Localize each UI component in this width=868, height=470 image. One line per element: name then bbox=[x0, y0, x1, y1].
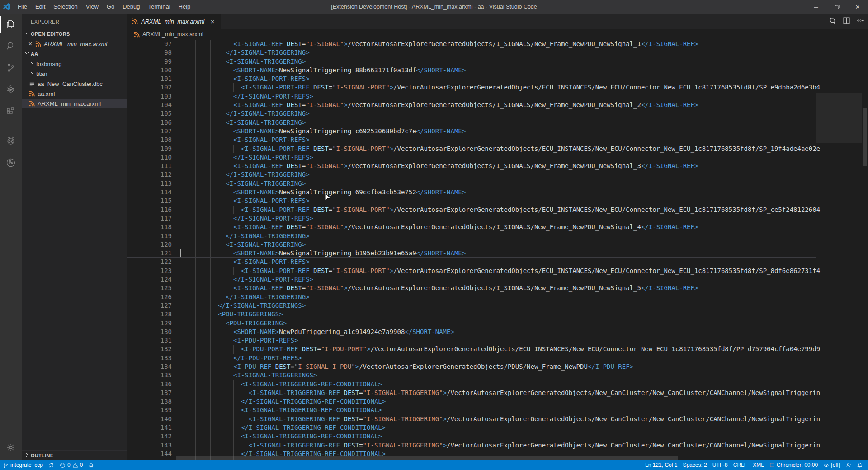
eol-sequence[interactable]: CRLF bbox=[731, 460, 750, 470]
more-actions-icon[interactable] bbox=[857, 17, 864, 26]
settings-gear-icon[interactable] bbox=[0, 437, 22, 458]
tree-item-titan[interactable]: titan bbox=[22, 69, 127, 79]
split-editor-icon[interactable] bbox=[843, 17, 850, 26]
feedback-icon[interactable] bbox=[843, 460, 854, 470]
home-icon[interactable] bbox=[85, 460, 97, 470]
run-debug-icon[interactable] bbox=[0, 79, 22, 100]
language-mode[interactable]: XML bbox=[750, 460, 767, 470]
chronicler-status[interactable]: Chronicler: 00:00 bbox=[767, 460, 821, 470]
cursor-position[interactable]: Ln 121, Col 1 bbox=[642, 460, 680, 470]
tree-item-arxml-min-max-arxml[interactable]: ARXML_min_max.arxml bbox=[22, 99, 127, 108]
text-cursor bbox=[180, 249, 181, 257]
tab-close-icon[interactable]: × bbox=[208, 18, 217, 25]
line-number: 136 bbox=[127, 380, 172, 389]
code-line-130: 130<SHORT-NAME>NewPduTriggering_a1c91492… bbox=[127, 328, 868, 336]
line-number: 134 bbox=[127, 362, 172, 371]
menu-debug[interactable]: Debug bbox=[118, 3, 144, 10]
line-number: 119 bbox=[127, 232, 172, 240]
code-line-120: 120<I-SIGNAL-TRIGGERING> bbox=[127, 240, 868, 249]
open-editor-item[interactable]: ×ARXML_min_max.arxml bbox=[22, 39, 127, 49]
activity-bar bbox=[0, 14, 22, 460]
menu-view[interactable]: View bbox=[82, 3, 103, 10]
menu-terminal[interactable]: Terminal bbox=[144, 3, 174, 10]
code-line-138: 138</I-SIGNAL-TRIGGERING-REF-CONDITIONAL… bbox=[127, 397, 868, 406]
close-editor-icon[interactable]: × bbox=[26, 40, 34, 47]
menu-go[interactable]: Go bbox=[103, 3, 118, 10]
line-number: 118 bbox=[127, 223, 172, 231]
tab-arxml-min-max[interactable]: ARXML_min_max.arxml × bbox=[127, 14, 221, 29]
open-editors-header[interactable]: OPEN EDITORS bbox=[22, 29, 127, 39]
line-number: 99 bbox=[127, 57, 172, 66]
line-number: 111 bbox=[127, 162, 172, 170]
code-line-115: 115<I-SIGNAL-PORT-REFS> bbox=[127, 197, 868, 205]
line-number: 116 bbox=[127, 206, 172, 214]
line-number: 98 bbox=[127, 48, 172, 57]
code-line-108: 108<I-SIGNAL-PORT-REFS> bbox=[127, 136, 868, 144]
line-number: 112 bbox=[127, 170, 172, 179]
editor-actions bbox=[829, 14, 864, 29]
menu-edit[interactable]: Edit bbox=[31, 3, 49, 10]
indentation[interactable]: Spaces: 2 bbox=[680, 460, 709, 470]
tree-item-foxbmsng[interactable]: foxbmsng bbox=[22, 59, 127, 69]
menu-help[interactable]: Help bbox=[175, 3, 195, 10]
line-number: 105 bbox=[127, 109, 172, 118]
explorer-icon[interactable] bbox=[0, 14, 22, 35]
tree-item-label: titan bbox=[36, 70, 47, 77]
menu-file[interactable]: File bbox=[14, 3, 31, 10]
explorer-sidebar: EXPLORER OPEN EDITORS ×ARXML_min_max.arx… bbox=[22, 14, 127, 460]
git-graph-icon[interactable] bbox=[0, 152, 22, 174]
line-number: 140 bbox=[127, 415, 172, 423]
code-line-128: 128<PDU-TRIGGERINGS> bbox=[127, 310, 868, 319]
horizontal-scrollbar-slider[interactable] bbox=[176, 456, 678, 460]
branch-name: integrate_ccp bbox=[10, 462, 43, 468]
code-line-122: 122<I-SIGNAL-PORT-REFS> bbox=[127, 258, 868, 266]
breadcrumb-item[interactable]: ARXML_min_max.arxml bbox=[142, 31, 203, 38]
vertical-scrollbar[interactable] bbox=[862, 40, 868, 460]
code-line-127: 127</I-SIGNAL-TRIGGERINGS> bbox=[127, 301, 868, 310]
open-changes-icon[interactable] bbox=[829, 17, 836, 26]
screencast-toggle[interactable]: [off] bbox=[821, 460, 843, 470]
notifications-bell-icon[interactable] bbox=[854, 460, 865, 470]
code-line-114: 114<SHORT-NAME>NewSignalTriggering_69ccf… bbox=[127, 188, 868, 197]
close-button[interactable]: ✕ bbox=[847, 0, 868, 14]
breadcrumb: ARXML_min_max.arxml bbox=[127, 29, 868, 40]
sync-icon[interactable] bbox=[46, 460, 57, 470]
minimize-button[interactable]: ─ bbox=[806, 0, 826, 14]
search-icon[interactable] bbox=[0, 35, 22, 57]
code-line-119: 119</I-SIGNAL-TRIGGERING> bbox=[127, 232, 868, 240]
code-editor[interactable]: 97<I-SIGNAL-REF DEST="I-SIGNAL">/VectorA… bbox=[127, 40, 868, 460]
code-line-109: 109<I-SIGNAL-PORT-REF DEST="I-SIGNAL-POR… bbox=[127, 145, 868, 153]
tree-item-aa-xml[interactable]: aa.xml bbox=[22, 89, 127, 99]
code-line-105: 105</I-SIGNAL-TRIGGERING> bbox=[127, 109, 868, 118]
sidebar-title: EXPLORER bbox=[22, 14, 127, 29]
code-line-131: 131<I-PDU-PORT-REFS> bbox=[127, 336, 868, 345]
encoding[interactable]: UTF-8 bbox=[710, 460, 731, 470]
tree-item-label: aa_New_CanCluster.dbc bbox=[38, 80, 103, 87]
minimap-viewport[interactable] bbox=[816, 93, 862, 143]
branch-indicator[interactable]: integrate_ccp bbox=[0, 460, 46, 470]
code-line-97: 97<I-SIGNAL-REF DEST="I-SIGNAL">/VectorA… bbox=[127, 40, 868, 48]
platformio-alien-icon[interactable] bbox=[0, 130, 22, 152]
outline-header[interactable]: OUTLINE bbox=[22, 450, 127, 460]
code-line-125: 125<I-SIGNAL-REF DEST="I-SIGNAL">/Vector… bbox=[127, 284, 868, 292]
restore-button[interactable] bbox=[826, 0, 847, 14]
open-editors-list: ×ARXML_min_max.arxml bbox=[22, 39, 127, 49]
code-line-123: 123<I-SIGNAL-PORT-REF DEST="I-SIGNAL-POR… bbox=[127, 267, 868, 275]
code-line-134: 134<I-PDU-REF DEST="I-SIGNAL-I-PDU">/Vec… bbox=[127, 362, 868, 371]
code-line-141: 141</I-SIGNAL-TRIGGERING-REF-CONDITIONAL… bbox=[127, 423, 868, 432]
line-number: 126 bbox=[127, 293, 172, 301]
workspace-header[interactable]: AA bbox=[22, 49, 127, 59]
tree-item-aa-new-cancluster-dbc[interactable]: aa_New_CanCluster.dbc bbox=[22, 79, 127, 89]
code-lines: 97<I-SIGNAL-REF DEST="I-SIGNAL">/VectorA… bbox=[127, 40, 868, 460]
line-number: 117 bbox=[127, 214, 172, 223]
source-control-icon[interactable] bbox=[0, 57, 22, 79]
chevron-right-icon bbox=[28, 60, 35, 67]
vertical-scrollbar-slider[interactable] bbox=[863, 108, 867, 166]
menu-selection[interactable]: Selection bbox=[49, 3, 81, 10]
line-number: 115 bbox=[127, 197, 172, 205]
feed-file-icon bbox=[131, 18, 138, 25]
problems-indicator[interactable]: 0 0 bbox=[57, 460, 85, 470]
extensions-icon[interactable] bbox=[0, 100, 22, 122]
code-line-110: 110</I-SIGNAL-PORT-REFS> bbox=[127, 153, 868, 162]
code-line-137: 137<I-SIGNAL-TRIGGERING-REF DEST="I-SIGN… bbox=[127, 389, 868, 397]
